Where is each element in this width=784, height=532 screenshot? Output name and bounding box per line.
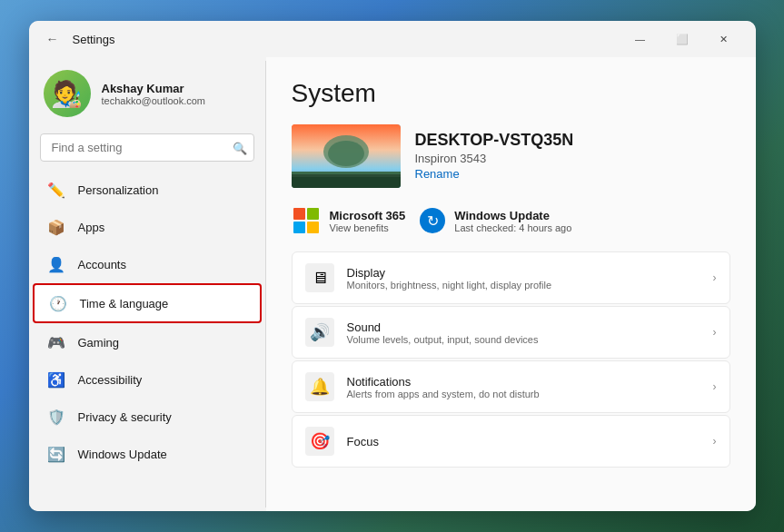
sound-title: Sound <box>347 320 539 334</box>
sidebar-item-label: Apps <box>78 221 105 234</box>
sidebar-item-windows-update[interactable]: 🔄 Windows Update <box>33 436 262 472</box>
sidebar-item-time-language[interactable]: 🕐 Time & language <box>33 283 262 323</box>
search-box: 🔍 <box>40 133 254 162</box>
settings-list: 🖥 Display Monitors, brightness, night li… <box>292 251 730 468</box>
user-info: Akshay Kumar techakko@outlook.com <box>102 82 206 106</box>
sound-subtitle: Volume levels, output, input, sound devi… <box>347 334 539 345</box>
user-name: Akshay Kumar <box>102 82 206 95</box>
settings-row-display[interactable]: 🖥 Display Monitors, brightness, night li… <box>292 251 730 304</box>
minimize-button[interactable]: — <box>620 25 661 54</box>
notifications-chevron: › <box>713 380 717 393</box>
avatar: 🧑‍🎨 <box>44 70 91 117</box>
title-bar: ← Settings — ⬜ ✕ <box>29 21 756 57</box>
sidebar-item-accounts[interactable]: 👤 Accounts <box>33 246 262 282</box>
apps-icon: 📦 <box>47 218 65 236</box>
page-title: System <box>292 79 730 108</box>
time-language-icon: 🕐 <box>49 294 67 312</box>
ms365-icon <box>292 206 321 235</box>
sidebar-item-label: Privacy & security <box>78 410 172 424</box>
focus-icon: 🎯 <box>305 427 334 456</box>
focus-text: Focus <box>347 435 379 448</box>
accessibility-icon: ♿ <box>47 370 65 389</box>
sidebar-item-accessibility[interactable]: ♿ Accessibility <box>33 361 262 398</box>
settings-row-sound[interactable]: 🔊 Sound Volume levels, output, input, so… <box>292 306 730 359</box>
notifications-icon: 🔔 <box>305 372 334 401</box>
windows-update-link[interactable]: ↻ Windows Update Last checked: 4 hours a… <box>420 206 571 235</box>
content-area: System <box>266 57 756 511</box>
ms365-subtitle: View benefits <box>330 222 406 233</box>
sidebar-item-gaming[interactable]: 🎮 Gaming <box>33 324 262 360</box>
sidebar: 🧑‍🎨 Akshay Kumar techakko@outlook.com 🔍 … <box>29 57 265 511</box>
svg-rect-3 <box>292 172 401 188</box>
ms365-text: Microsoft 365 View benefits <box>330 209 406 233</box>
display-chevron: › <box>713 271 717 284</box>
notifications-title: Notifications <box>347 375 540 389</box>
accounts-icon: 👤 <box>47 255 65 273</box>
search-input[interactable] <box>40 133 254 162</box>
main-area: 🧑‍🎨 Akshay Kumar techakko@outlook.com 🔍 … <box>29 57 756 511</box>
display-text: Display Monitors, brightness, night ligh… <box>347 266 552 291</box>
user-email: techakko@outlook.com <box>102 95 206 106</box>
windows-update-icon: 🔄 <box>47 445 65 463</box>
sidebar-item-label: Windows Update <box>78 448 167 461</box>
windows-update-quick-icon: ↻ <box>420 208 445 233</box>
ms365-title: Microsoft 365 <box>330 209 406 222</box>
device-model: Inspiron 3543 <box>415 152 574 165</box>
device-card: DESKTOP-VSTQ35N Inspiron 3543 Rename <box>292 124 730 188</box>
sound-chevron: › <box>713 326 717 339</box>
sidebar-item-personalization[interactable]: ✏️ Personalization <box>33 172 262 208</box>
search-icon: 🔍 <box>233 141 247 154</box>
display-icon: 🖥 <box>305 263 334 292</box>
sidebar-item-label: Time & language <box>80 297 169 310</box>
focus-title: Focus <box>347 435 379 448</box>
window-controls: — ⬜ ✕ <box>620 25 745 54</box>
ms365-link[interactable]: Microsoft 365 View benefits <box>292 206 406 235</box>
windows-update-title: Windows Update <box>454 209 571 222</box>
windows-update-text: Windows Update Last checked: 4 hours ago <box>454 209 571 233</box>
sidebar-item-label: Personalization <box>78 183 159 197</box>
personalization-icon: ✏️ <box>47 181 65 199</box>
sidebar-item-label: Accessibility <box>78 373 143 387</box>
quick-links: Microsoft 365 View benefits ↻ Windows Up… <box>292 206 730 235</box>
svg-rect-4 <box>292 177 401 188</box>
sidebar-item-label: Accounts <box>78 258 126 271</box>
windows-update-subtitle: Last checked: 4 hours ago <box>454 222 571 233</box>
privacy-security-icon: 🛡️ <box>47 408 65 426</box>
display-title: Display <box>347 266 552 280</box>
display-subtitle: Monitors, brightness, night light, displ… <box>347 280 552 291</box>
focus-chevron: › <box>713 435 717 448</box>
sidebar-item-privacy-security[interactable]: 🛡️ Privacy & security <box>33 399 262 435</box>
device-name: DESKTOP-VSTQ35N <box>415 131 574 150</box>
sidebar-item-apps[interactable]: 📦 Apps <box>33 209 262 245</box>
device-image <box>292 124 401 188</box>
sound-icon: 🔊 <box>305 318 334 347</box>
rename-link[interactable]: Rename <box>415 167 460 181</box>
sound-text: Sound Volume levels, output, input, soun… <box>347 320 539 345</box>
notifications-subtitle: Alerts from apps and system, do not dist… <box>347 389 540 399</box>
window-title: Settings <box>73 33 620 46</box>
close-button[interactable]: ✕ <box>703 25 745 54</box>
device-info: DESKTOP-VSTQ35N Inspiron 3543 Rename <box>415 131 574 182</box>
settings-row-focus[interactable]: 🎯 Focus › <box>292 415 730 468</box>
back-button[interactable]: ← <box>40 26 65 52</box>
svg-point-2 <box>328 141 364 166</box>
user-profile[interactable]: 🧑‍🎨 Akshay Kumar techakko@outlook.com <box>29 57 265 130</box>
gaming-icon: 🎮 <box>47 333 65 351</box>
maximize-button[interactable]: ⬜ <box>661 25 703 54</box>
settings-window: ← Settings — ⬜ ✕ 🧑‍🎨 Akshay Kumar techak… <box>29 21 756 511</box>
settings-row-notifications[interactable]: 🔔 Notifications Alerts from apps and sys… <box>292 360 730 413</box>
sidebar-item-label: Gaming <box>78 336 120 350</box>
nav-list: ✏️ Personalization 📦 Apps 👤 Accounts 🕐 T… <box>29 171 265 473</box>
notifications-text: Notifications Alerts from apps and syste… <box>347 375 540 399</box>
